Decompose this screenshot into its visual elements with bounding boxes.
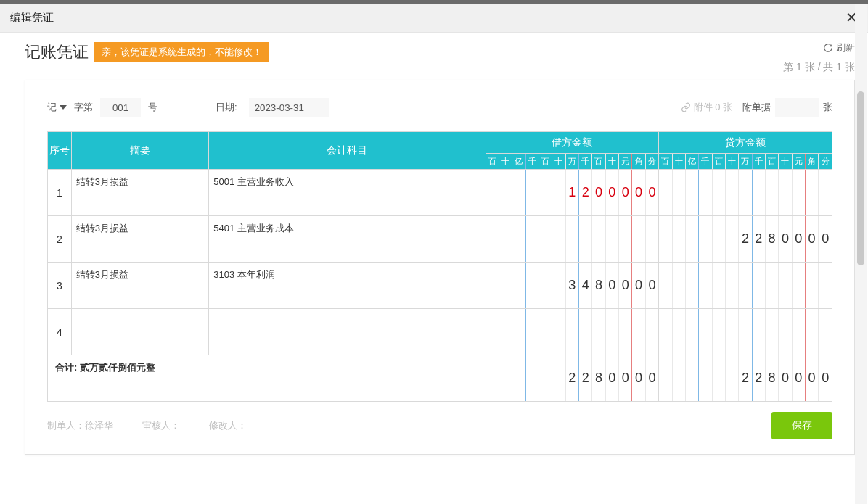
- amount-digit[interactable]: [659, 263, 672, 309]
- refresh-button[interactable]: 刷新: [823, 41, 855, 54]
- amount-digit[interactable]: 1: [565, 170, 578, 216]
- amount-digit[interactable]: 0: [805, 216, 818, 263]
- amount-digit[interactable]: [819, 309, 832, 355]
- amount-digit[interactable]: [525, 355, 539, 402]
- amount-digit[interactable]: 0: [779, 355, 792, 402]
- amount-digit[interactable]: [699, 216, 712, 263]
- amount-digit[interactable]: [499, 355, 512, 402]
- amount-digit[interactable]: [645, 216, 658, 263]
- amount-digit[interactable]: 0: [619, 355, 632, 402]
- amount-digit[interactable]: 0: [632, 263, 645, 309]
- amount-digit[interactable]: [512, 263, 525, 309]
- amount-digit[interactable]: [685, 263, 698, 309]
- amount-digit[interactable]: [739, 170, 752, 216]
- amount-digit[interactable]: [672, 263, 685, 309]
- account-cell[interactable]: [209, 309, 486, 355]
- amount-digit[interactable]: 0: [792, 355, 805, 402]
- amount-digit[interactable]: [712, 355, 725, 402]
- save-button[interactable]: 保存: [771, 412, 832, 439]
- amount-digit[interactable]: [765, 263, 778, 309]
- amount-digit[interactable]: 2: [565, 355, 578, 402]
- amount-digit[interactable]: [512, 355, 525, 402]
- amount-digit[interactable]: 2: [739, 355, 752, 402]
- amount-digit[interactable]: [539, 216, 552, 263]
- amount-digit[interactable]: [486, 309, 499, 355]
- amount-digit[interactable]: [552, 263, 565, 309]
- amount-digit[interactable]: [619, 216, 632, 263]
- amount-digit[interactable]: [699, 263, 712, 309]
- amount-digit[interactable]: [805, 309, 818, 355]
- amount-digit[interactable]: 0: [592, 170, 605, 216]
- amount-digit[interactable]: [486, 263, 499, 309]
- amount-digit[interactable]: [539, 309, 552, 355]
- amount-digit[interactable]: [739, 263, 752, 309]
- amount-digit[interactable]: [525, 216, 539, 263]
- amount-digit[interactable]: [565, 309, 578, 355]
- amount-digit[interactable]: 0: [819, 216, 832, 263]
- amount-digit[interactable]: [525, 170, 539, 216]
- amount-digit[interactable]: [645, 309, 658, 355]
- amount-digit[interactable]: [765, 309, 778, 355]
- amount-digit[interactable]: [819, 263, 832, 309]
- amount-digit[interactable]: [552, 355, 565, 402]
- amount-digit[interactable]: [512, 216, 525, 263]
- amount-digit[interactable]: [499, 263, 512, 309]
- amount-digit[interactable]: [819, 170, 832, 216]
- amount-digit[interactable]: [499, 170, 512, 216]
- amount-digit[interactable]: [525, 309, 539, 355]
- amount-digit[interactable]: [499, 216, 512, 263]
- amount-digit[interactable]: [712, 263, 725, 309]
- amount-digit[interactable]: [792, 263, 805, 309]
- scrollbar[interactable]: [855, 4, 867, 476]
- amount-digit[interactable]: [712, 216, 725, 263]
- amount-digit[interactable]: [512, 170, 525, 216]
- amount-digit[interactable]: 2: [752, 216, 765, 263]
- amount-digit[interactable]: 0: [645, 263, 658, 309]
- amount-digit[interactable]: [779, 309, 792, 355]
- account-cell[interactable]: 3103 本年利润: [209, 263, 486, 309]
- amount-digit[interactable]: 8: [765, 216, 778, 263]
- amount-digit[interactable]: [752, 170, 765, 216]
- amount-digit[interactable]: [685, 309, 698, 355]
- amount-digit[interactable]: 8: [592, 355, 605, 402]
- amount-digit[interactable]: 0: [619, 263, 632, 309]
- amount-digit[interactable]: 3: [565, 263, 578, 309]
- amount-digit[interactable]: [752, 309, 765, 355]
- amount-digit[interactable]: [659, 216, 672, 263]
- account-cell[interactable]: 5401 主营业务成本: [209, 216, 486, 263]
- date-input[interactable]: [249, 98, 329, 117]
- amount-digit[interactable]: 2: [578, 355, 591, 402]
- amount-digit[interactable]: [725, 216, 738, 263]
- amount-digit[interactable]: 0: [779, 216, 792, 263]
- amount-digit[interactable]: 0: [605, 355, 618, 402]
- amount-digit[interactable]: [565, 216, 578, 263]
- amount-digit[interactable]: 0: [645, 355, 658, 402]
- summary-cell[interactable]: 结转3月损益: [71, 170, 209, 216]
- amount-digit[interactable]: [605, 216, 618, 263]
- amount-digit[interactable]: [672, 355, 685, 402]
- amount-digit[interactable]: [805, 170, 818, 216]
- amount-digit[interactable]: [725, 263, 738, 309]
- amount-digit[interactable]: 4: [578, 263, 591, 309]
- amount-digit[interactable]: [725, 170, 738, 216]
- amount-digit[interactable]: [499, 309, 512, 355]
- scrollbar-thumb[interactable]: [857, 91, 864, 265]
- amount-digit[interactable]: [605, 309, 618, 355]
- amount-digit[interactable]: 2: [752, 355, 765, 402]
- amount-digit[interactable]: [659, 309, 672, 355]
- summary-cell[interactable]: [71, 309, 209, 355]
- amount-digit[interactable]: 8: [592, 263, 605, 309]
- attach-count-input[interactable]: [775, 98, 819, 117]
- amount-digit[interactable]: [699, 170, 712, 216]
- amount-digit[interactable]: [552, 170, 565, 216]
- amount-digit[interactable]: 8: [765, 355, 778, 402]
- amount-digit[interactable]: 0: [632, 355, 645, 402]
- amount-digit[interactable]: [712, 170, 725, 216]
- amount-digit[interactable]: 2: [578, 170, 591, 216]
- amount-digit[interactable]: [685, 170, 698, 216]
- amount-digit[interactable]: [539, 170, 552, 216]
- amount-digit[interactable]: [552, 216, 565, 263]
- amount-digit[interactable]: 0: [619, 170, 632, 216]
- amount-digit[interactable]: [725, 355, 738, 402]
- amount-digit[interactable]: 0: [819, 355, 832, 402]
